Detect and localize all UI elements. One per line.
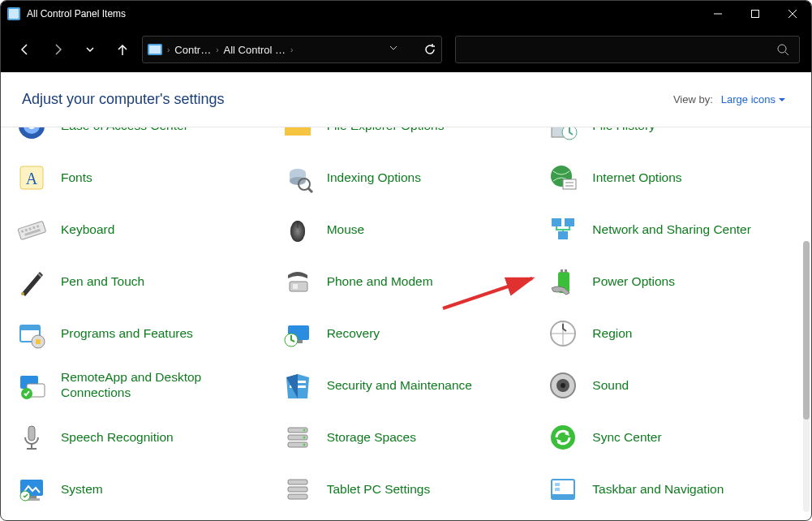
page-title: Adjust your computer's settings bbox=[22, 91, 225, 108]
item-network-and-sharing-center[interactable]: Network and Sharing Center bbox=[545, 210, 795, 249]
search-icon bbox=[776, 43, 789, 56]
item-file-history[interactable]: File History bbox=[545, 127, 795, 145]
recent-dropdown[interactable] bbox=[77, 37, 103, 62]
svg-marker-7 bbox=[779, 98, 785, 101]
svg-point-67 bbox=[303, 437, 305, 439]
item-indexing-options[interactable]: Indexing Options bbox=[280, 158, 530, 197]
item-system[interactable]: System bbox=[14, 470, 264, 509]
item-label: Ease of Access Center bbox=[61, 127, 188, 133]
taskbar-icon bbox=[545, 471, 581, 507]
svg-line-6 bbox=[785, 52, 788, 55]
network-icon bbox=[545, 212, 581, 248]
pen-icon bbox=[14, 264, 49, 299]
svg-rect-60 bbox=[28, 426, 35, 441]
viewby-label: View by: bbox=[673, 93, 713, 105]
ease-icon bbox=[14, 127, 49, 144]
item-programs-and-features[interactable]: Programs and Features bbox=[14, 314, 264, 353]
up-button[interactable] bbox=[110, 37, 135, 62]
svg-rect-36 bbox=[565, 218, 574, 226]
item-mouse[interactable]: Mouse bbox=[280, 210, 530, 249]
item-label: File History bbox=[592, 127, 655, 133]
item-label: File Explorer Options bbox=[327, 127, 445, 133]
viewby-dropdown[interactable]: Large icons bbox=[721, 93, 785, 105]
svg-rect-35 bbox=[552, 218, 561, 226]
history-icon bbox=[545, 127, 581, 144]
chevron-right-icon: › bbox=[167, 45, 170, 54]
fonts-icon: A bbox=[14, 160, 49, 196]
svg-point-59 bbox=[561, 383, 565, 388]
item-sound[interactable]: Sound bbox=[545, 366, 795, 405]
system-icon bbox=[14, 471, 49, 507]
navbar: › Contr… › All Control … › bbox=[1, 27, 811, 72]
breadcrumb[interactable]: › Contr… › All Control … › bbox=[142, 36, 442, 63]
item-security-and-maintenance[interactable]: Security and Maintenance bbox=[280, 366, 530, 405]
svg-rect-82 bbox=[555, 488, 560, 491]
items-grid: Ease of Access CenterFile Explorer Optio… bbox=[14, 127, 795, 509]
svg-point-68 bbox=[303, 444, 305, 446]
item-label: Phone and Modem bbox=[327, 274, 433, 290]
svg-rect-1 bbox=[752, 11, 759, 18]
item-speech-recognition[interactable]: Speech Recognition bbox=[14, 418, 264, 457]
maximize-button[interactable] bbox=[737, 1, 774, 27]
forward-button[interactable] bbox=[45, 37, 71, 62]
item-tablet-pc-settings[interactable]: Tablet PC Settings bbox=[280, 470, 530, 509]
svg-line-20 bbox=[308, 188, 312, 192]
svg-rect-81 bbox=[555, 483, 560, 486]
scrollbar[interactable] bbox=[803, 241, 810, 512]
item-sync-center[interactable]: Sync Center bbox=[545, 418, 795, 457]
item-internet-options[interactable]: Internet Options bbox=[545, 158, 795, 197]
svg-text:A: A bbox=[26, 170, 38, 187]
breadcrumb-icon bbox=[148, 44, 162, 55]
item-storage-spaces[interactable]: Storage Spaces bbox=[280, 418, 530, 457]
breadcrumb-item[interactable]: Contr… bbox=[174, 44, 211, 56]
item-ease-of-access-center[interactable]: Ease of Access Center bbox=[14, 127, 264, 145]
item-label: Pen and Touch bbox=[61, 274, 144, 290]
programs-icon bbox=[14, 316, 49, 351]
sync-icon bbox=[545, 420, 581, 455]
keyboard-icon bbox=[14, 212, 49, 248]
item-label: Programs and Features bbox=[61, 326, 193, 342]
item-fonts[interactable]: AFonts bbox=[14, 158, 264, 197]
item-label: Sound bbox=[592, 378, 629, 394]
titlebar: All Control Panel Items bbox=[1, 1, 811, 27]
breadcrumb-item[interactable]: All Control … bbox=[223, 44, 286, 56]
item-phone-and-modem[interactable]: Phone and Modem bbox=[280, 262, 530, 301]
back-button[interactable] bbox=[12, 37, 38, 62]
item-recovery[interactable]: Recovery bbox=[280, 314, 530, 353]
chevron-down-icon[interactable] bbox=[388, 42, 399, 57]
scrollbar-thumb[interactable] bbox=[803, 241, 810, 420]
item-file-explorer-options[interactable]: File Explorer Options bbox=[280, 127, 530, 145]
chevron-down-icon bbox=[779, 97, 785, 103]
item-label: Internet Options bbox=[592, 170, 681, 186]
refresh-button[interactable] bbox=[423, 37, 436, 62]
close-button[interactable] bbox=[774, 1, 811, 27]
recovery-icon bbox=[280, 316, 316, 351]
item-remoteapp[interactable]: RemoteApp and Desktop Connections bbox=[14, 366, 264, 405]
item-label: Sync Center bbox=[592, 430, 661, 446]
svg-rect-39 bbox=[290, 282, 307, 291]
item-label: Keyboard bbox=[61, 222, 114, 238]
power-icon bbox=[545, 264, 581, 299]
item-power-options[interactable]: Power Options bbox=[545, 262, 795, 301]
item-label: Region bbox=[592, 326, 632, 342]
content-body: Ease of Access CenterFile Explorer Optio… bbox=[1, 127, 811, 520]
item-pen-and-touch[interactable]: Pen and Touch bbox=[14, 262, 264, 301]
content-header: Adjust your computer's settings View by:… bbox=[1, 72, 811, 127]
phone-icon bbox=[280, 264, 316, 299]
item-label: Tablet PC Settings bbox=[327, 482, 431, 497]
mouse-icon bbox=[280, 212, 316, 248]
svg-rect-22 bbox=[563, 179, 576, 189]
sound-icon bbox=[545, 368, 581, 403]
security-icon bbox=[280, 368, 316, 403]
minimize-button[interactable] bbox=[699, 1, 737, 27]
svg-rect-45 bbox=[20, 325, 40, 330]
item-label: Speech Recognition bbox=[61, 430, 174, 446]
indexing-icon bbox=[280, 160, 316, 196]
search-input[interactable] bbox=[455, 36, 800, 63]
svg-point-38 bbox=[21, 292, 24, 295]
item-keyboard[interactable]: Keyboard bbox=[14, 210, 264, 249]
item-label: Network and Sharing Center bbox=[592, 222, 751, 238]
item-taskbar-and-navigation[interactable]: Taskbar and Navigation bbox=[545, 470, 795, 509]
item-region[interactable]: Region bbox=[545, 314, 795, 353]
svg-rect-42 bbox=[561, 269, 563, 273]
